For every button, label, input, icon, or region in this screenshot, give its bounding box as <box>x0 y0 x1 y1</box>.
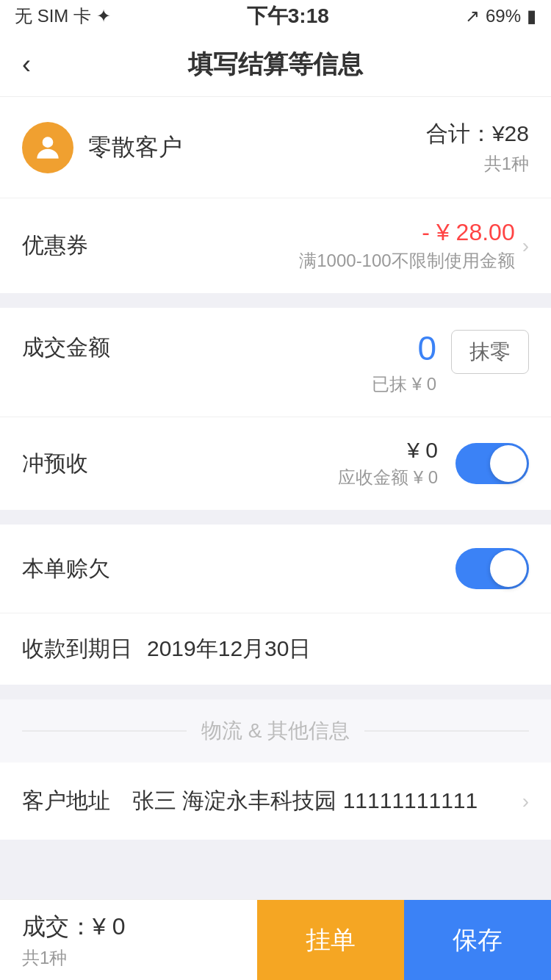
svg-point-0 <box>43 137 54 148</box>
battery-level: 69% <box>486 6 521 26</box>
coupon-row[interactable]: 优惠券 - ¥ 28.00 满1000-100不限制使用金额 › <box>0 198 551 293</box>
customer-name: 零散客户 <box>88 131 182 164</box>
battery-icon: ▮ <box>527 6 536 26</box>
prereceive-toggle[interactable] <box>455 443 529 484</box>
credit-toggle-knob <box>490 550 527 587</box>
toggle-knob <box>490 445 527 482</box>
customer-row: 零散客户 合计：¥28 共1种 <box>0 97 551 198</box>
prereceive-amount: ¥ 0 应收金额 ¥ 0 <box>338 438 438 489</box>
coupon-right: - ¥ 28.00 满1000-100不限制使用金额 › <box>299 219 529 273</box>
prereceive-right: ¥ 0 应收金额 ¥ 0 <box>338 438 529 489</box>
status-right: ↗ 69% ▮ <box>465 6 536 26</box>
status-time: 下午3:18 <box>247 2 329 30</box>
address-chevron-icon: › <box>522 790 529 813</box>
customer-total: 合计：¥28 共1种 <box>426 119 529 176</box>
sim-status: 无 SIM 卡 ✦ <box>15 4 111 28</box>
deal-right-wrap: 0 已抹 ¥ 0 抹零 <box>372 328 529 396</box>
deal-section: 成交金额 0 已抹 ¥ 0 抹零 冲预收 ¥ 0 应收金额 ¥ 0 <box>0 308 551 510</box>
deal-row: 成交金额 0 已抹 ¥ 0 抹零 <box>0 308 551 417</box>
duedate-value: 2019年12月30日 <box>147 634 311 664</box>
round-zero-button[interactable]: 抹零 <box>451 330 529 374</box>
total-count: 共1种 <box>426 152 529 176</box>
duedate-row: 收款到期日 2019年12月30日 <box>0 613 551 685</box>
save-button[interactable]: 保存 <box>404 900 551 980</box>
prereceive-main: ¥ 0 <box>338 438 438 463</box>
prereceive-sub: 应收金额 ¥ 0 <box>338 466 438 489</box>
deal-label: 成交金额 <box>22 328 110 363</box>
credit-label: 本单赊欠 <box>22 554 110 584</box>
deal-right-inner: 0 已抹 ¥ 0 <box>372 328 436 396</box>
coupon-label: 优惠券 <box>22 231 88 261</box>
bottom-buttons: 挂单 保存 <box>257 900 551 980</box>
chevron-right-icon: › <box>522 234 529 258</box>
bottom-bar: 成交：¥ 0 共1种 挂单 保存 <box>0 899 551 980</box>
location-icon: ↗ <box>465 6 480 26</box>
coupon-discount: - ¥ 28.00 <box>299 219 514 246</box>
user-icon <box>32 131 64 164</box>
address-value: 张三 海淀永丰科技园 11111111111 <box>132 786 522 816</box>
credit-toggle[interactable] <box>455 548 529 589</box>
bottom-deal-value: ¥ 0 <box>93 913 125 940</box>
page-title: 填写结算等信息 <box>188 48 363 82</box>
address-row[interactable]: 客户地址 张三 海淀永丰科技园 11111111111 › <box>0 763 551 840</box>
bottom-count: 共1种 <box>22 946 235 970</box>
credit-section: 本单赊欠 收款到期日 2019年12月30日 <box>0 525 551 685</box>
prereceive-row: 冲预收 ¥ 0 应收金额 ¥ 0 <box>0 417 551 510</box>
bottom-deal-label: 成交： <box>22 913 93 940</box>
deal-value[interactable]: 0 <box>372 328 436 368</box>
address-section: 客户地址 张三 海淀永丰科技园 11111111111 › <box>0 763 551 840</box>
avatar <box>22 122 73 173</box>
credit-row: 本单赊欠 <box>0 525 551 613</box>
bottom-deal: 成交：¥ 0 <box>22 911 235 943</box>
total-amount: 合计：¥28 <box>426 119 529 149</box>
deal-sub: 已抹 ¥ 0 <box>372 372 436 396</box>
status-bar: 无 SIM 卡 ✦ 下午3:18 ↗ 69% ▮ <box>0 0 551 32</box>
bottom-info: 成交：¥ 0 共1种 <box>0 911 257 970</box>
coupon-desc: 满1000-100不限制使用金额 <box>299 249 514 273</box>
prereceive-label: 冲预收 <box>22 449 88 479</box>
pending-button[interactable]: 挂单 <box>257 900 404 980</box>
nav-bar: ‹ 填写结算等信息 <box>0 32 551 97</box>
customer-left: 零散客户 <box>22 122 182 173</box>
address-label: 客户地址 <box>22 786 110 816</box>
duedate-label: 收款到期日 <box>22 634 132 664</box>
status-left: 无 SIM 卡 ✦ <box>15 4 111 28</box>
back-button[interactable]: ‹ <box>22 49 31 80</box>
customer-section: 零散客户 合计：¥28 共1种 优惠券 - ¥ 28.00 满1000-100不… <box>0 97 551 293</box>
logistics-title: 物流 & 其他信息 <box>187 719 364 742</box>
